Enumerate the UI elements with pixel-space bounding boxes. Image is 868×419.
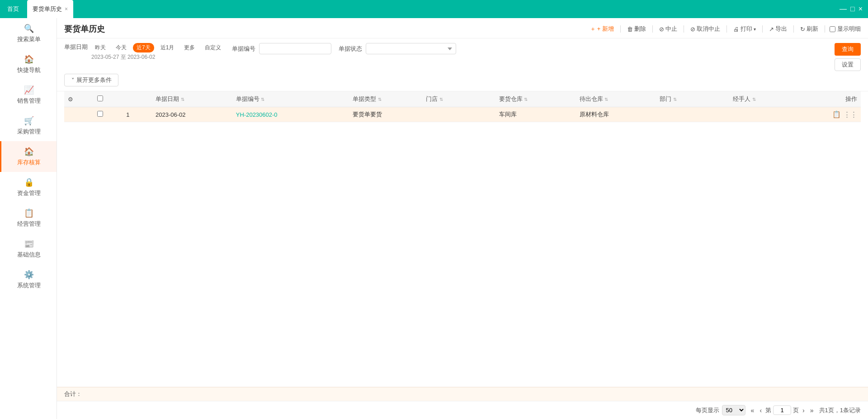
filter-actions: 查询 设置 xyxy=(835,43,861,71)
divider xyxy=(620,25,621,33)
window-controls: — □ × xyxy=(840,5,868,13)
date-btn-more[interactable]: 更多 xyxy=(180,43,198,52)
op-icons: 📋 ⋮⋮ xyxy=(806,110,857,119)
col-wait-warehouse[interactable]: 待出仓库 ⇅ xyxy=(576,91,656,107)
col-warehouse[interactable]: 要货仓库 ⇅ xyxy=(495,91,576,107)
delete-label: 删除 xyxy=(634,25,646,33)
sidebar-item-sales[interactable]: 📈 销售管理 xyxy=(0,80,57,110)
tab-close-icon[interactable]: × xyxy=(65,6,68,12)
table-header-row: ⚙ 单据日期 ⇅ 单据编号 ⇅ xyxy=(64,91,861,107)
query-button[interactable]: 查询 xyxy=(835,43,861,56)
col-dept[interactable]: 部门 ⇅ xyxy=(656,91,729,107)
col-store[interactable]: 门店 ⇅ xyxy=(422,91,495,107)
col-date[interactable]: 单据日期 ⇅ xyxy=(152,91,232,107)
print-icon: 🖨 xyxy=(733,26,739,33)
sort-icon: ⇅ xyxy=(181,97,184,102)
sidebar-item-purchase[interactable]: 🛒 采购管理 xyxy=(0,110,57,141)
row-wait-warehouse: 原材料仓库 xyxy=(576,107,656,122)
select-all-checkbox[interactable] xyxy=(97,95,103,101)
display-detail-toggle[interactable]: 显示明细 xyxy=(830,25,861,33)
sidebar-item-label: 采购管理 xyxy=(17,128,41,136)
date-btn-7days[interactable]: 近7天 xyxy=(133,43,154,52)
stop-label: 中止 xyxy=(665,25,677,33)
date-btn-1month[interactable]: 近1月 xyxy=(157,43,178,52)
sidebar-item-operations[interactable]: 📋 经营管理 xyxy=(0,203,57,233)
date-btn-yesterday[interactable]: 昨天 xyxy=(91,43,109,52)
active-tab-label: 要货单历史 xyxy=(33,5,62,13)
col-handler[interactable]: 经手人 ⇅ xyxy=(729,91,802,107)
delete-icon: 🗑 xyxy=(627,26,633,33)
summary-label: 合计： xyxy=(64,390,82,397)
minimize-button[interactable]: — xyxy=(840,5,847,13)
setting-button[interactable]: 设置 xyxy=(835,58,861,71)
chevron-down-icon: ˅ xyxy=(71,77,75,84)
col-num-label: 单据编号 xyxy=(236,95,259,102)
content-area: 要货单历史 ＋ + 新增 🗑 删除 ⊘ 中止 ⊘ xyxy=(57,18,868,419)
new-button[interactable]: ＋ + 新增 xyxy=(588,25,616,33)
cancel-stop-button[interactable]: ⊘ 取消中止 xyxy=(689,25,722,33)
divider2 xyxy=(652,25,653,33)
prev-button[interactable]: ‹ xyxy=(758,406,764,415)
sidebar-item-label: 快捷导航 xyxy=(17,66,41,74)
row-date: 2023-06-02 xyxy=(152,107,232,122)
stop-icon: ⊘ xyxy=(659,26,664,33)
col-store-label: 门店 xyxy=(426,95,438,102)
col-type[interactable]: 单据类型 ⇅ xyxy=(349,91,422,107)
next-button[interactable]: › xyxy=(801,406,807,415)
sort-icon6: ⇅ xyxy=(604,97,608,102)
table-row: 1 2023-06-02 YH-20230602-0 要货单要货 车间库 原材料… xyxy=(64,107,861,122)
print-button[interactable]: 🖨 打印 ▾ xyxy=(731,25,758,33)
row-dept xyxy=(656,107,729,122)
row-store xyxy=(422,107,495,122)
sidebar-item-label: 基础信息 xyxy=(17,251,41,259)
sidebar-item-label: 销售管理 xyxy=(17,97,41,105)
new-icon: ＋ xyxy=(590,25,596,33)
row-checkbox[interactable] xyxy=(97,111,103,117)
edit-icon[interactable]: 📋 xyxy=(832,110,841,119)
export-button[interactable]: ↗ 导出 xyxy=(767,25,789,33)
sidebar-item-finance[interactable]: 🔒 资金管理 xyxy=(0,172,57,203)
inventory-icon: 🏠 xyxy=(24,147,34,157)
total-info: 共1页，1条记录 xyxy=(819,406,861,414)
display-detail-label: 显示明细 xyxy=(837,25,861,33)
status-filter-select[interactable] xyxy=(366,43,456,54)
divider5 xyxy=(762,25,763,33)
sort-icon2: ⇅ xyxy=(261,97,264,102)
sidebar-item-label: 资金管理 xyxy=(17,189,41,197)
divider3 xyxy=(684,25,684,33)
row-ops: 📋 ⋮⋮ xyxy=(802,107,861,122)
page-label: 第 xyxy=(765,406,771,414)
delete-button[interactable]: 🗑 删除 xyxy=(625,25,648,33)
tab-active[interactable]: 要货单历史 × xyxy=(27,0,73,18)
refresh-button[interactable]: ↻ 刷新 xyxy=(798,25,820,33)
prev-group-button[interactable]: « xyxy=(749,406,756,415)
sidebar-item-system[interactable]: ⚙️ 系统管理 xyxy=(0,264,57,295)
more-icon[interactable]: ⋮⋮ xyxy=(844,110,857,119)
sidebar-item-label: 系统管理 xyxy=(17,281,41,290)
sidebar-item-basicinfo[interactable]: 📰 基础信息 xyxy=(0,233,57,264)
per-page-select[interactable]: 10 20 50 100 xyxy=(722,405,745,415)
system-icon: ⚙️ xyxy=(24,270,34,280)
date-btn-today[interactable]: 今天 xyxy=(112,43,130,52)
maximize-button[interactable]: □ xyxy=(850,5,855,13)
col-dept-label: 部门 xyxy=(660,95,671,102)
expand-more-button[interactable]: ˅ 展开更多条件 xyxy=(64,74,118,86)
page-input[interactable]: 1 xyxy=(773,405,791,415)
docnum-filter-input[interactable] xyxy=(259,43,331,54)
row-type: 要货单要货 xyxy=(349,107,422,122)
col-ops: 操作 xyxy=(802,91,861,107)
sidebar-item-inventory[interactable]: 🏠 库存核算 xyxy=(0,141,57,172)
window-close-button[interactable]: × xyxy=(859,5,863,13)
sidebar-item-search[interactable]: 🔍 搜索菜单 xyxy=(0,18,57,49)
display-detail-checkbox[interactable] xyxy=(830,26,835,32)
next-group-button[interactable]: » xyxy=(808,406,816,415)
settings-icon[interactable]: ⚙ xyxy=(68,96,73,103)
date-btn-custom[interactable]: 自定义 xyxy=(201,43,225,52)
stop-button[interactable]: ⊘ 中止 xyxy=(657,25,679,33)
col-num[interactable]: 单据编号 ⇅ xyxy=(232,91,349,107)
sort-icon3: ⇅ xyxy=(378,97,382,102)
sidebar-item-quicknav[interactable]: 🏠 快捷导航 xyxy=(0,49,57,80)
tab-home[interactable]: 首页 xyxy=(0,0,26,18)
purchase-icon: 🛒 xyxy=(24,116,34,126)
row-num-link[interactable]: YH-20230602-0 xyxy=(236,111,278,118)
